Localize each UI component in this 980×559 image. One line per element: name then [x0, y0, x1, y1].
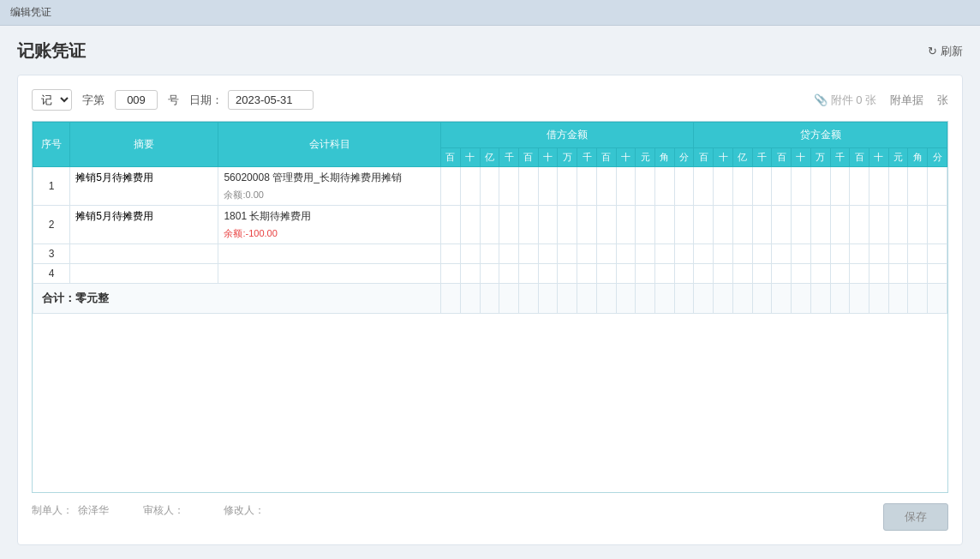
credit-digit-1-2[interactable]: [732, 206, 752, 244]
credit-digit-0-4[interactable]: [772, 167, 792, 206]
debit-digit-3-11[interactable]: [655, 264, 675, 284]
debit-digit-1-7[interactable]: [577, 206, 597, 244]
debit-digit-2-0[interactable]: [441, 244, 461, 264]
row-summary-2[interactable]: [70, 244, 218, 264]
refresh-button[interactable]: ↻ 刷新: [928, 44, 963, 59]
debit-digit-3-3[interactable]: [499, 264, 519, 284]
debit-digit-1-10[interactable]: [636, 206, 655, 244]
save-button[interactable]: 保存: [883, 503, 948, 531]
debit-digit-2-8[interactable]: [596, 244, 616, 264]
credit-digit-2-2[interactable]: [732, 244, 752, 264]
debit-digit-2-12[interactable]: [674, 244, 694, 264]
debit-digit-1-2[interactable]: [480, 206, 499, 244]
credit-digit-2-6[interactable]: [810, 244, 830, 264]
row-seq-1[interactable]: 2: [33, 206, 70, 244]
debit-digit-0-5[interactable]: [538, 167, 558, 206]
credit-digit-2-9[interactable]: [869, 244, 888, 264]
date-value[interactable]: 2023-05-31: [228, 90, 314, 110]
credit-digit-2-1[interactable]: [714, 244, 733, 264]
credit-digit-2-0[interactable]: [694, 244, 714, 264]
debit-digit-2-1[interactable]: [460, 244, 480, 264]
credit-digit-3-12[interactable]: [928, 264, 947, 284]
credit-digit-1-12[interactable]: [928, 206, 947, 244]
attachment-icon-link[interactable]: 📎 附件 0 张: [814, 93, 876, 108]
credit-digit-1-11[interactable]: [908, 206, 928, 244]
credit-digit-0-12[interactable]: [928, 167, 947, 206]
credit-digit-3-4[interactable]: [772, 264, 792, 284]
credit-digit-3-1[interactable]: [714, 264, 733, 284]
row-summary-1[interactable]: 摊销5月待摊费用: [70, 206, 218, 244]
debit-digit-3-2[interactable]: [480, 264, 499, 284]
credit-digit-1-5[interactable]: [792, 206, 811, 244]
credit-digit-0-5[interactable]: [792, 167, 811, 206]
debit-digit-3-5[interactable]: [538, 264, 558, 284]
debit-digit-0-8[interactable]: [596, 167, 616, 206]
debit-digit-0-2[interactable]: [480, 167, 499, 206]
credit-digit-0-0[interactable]: [694, 167, 714, 206]
credit-digit-3-8[interactable]: [850, 264, 869, 284]
credit-digit-0-10[interactable]: [888, 167, 908, 206]
credit-digit-3-9[interactable]: [869, 264, 888, 284]
debit-digit-2-6[interactable]: [558, 244, 577, 264]
credit-digit-3-10[interactable]: [888, 264, 908, 284]
row-account-1[interactable]: 1801 长期待摊费用余额:-100.00: [218, 206, 441, 244]
row-account-2[interactable]: [218, 244, 441, 264]
debit-digit-0-12[interactable]: [674, 167, 694, 206]
debit-digit-1-8[interactable]: [596, 206, 616, 244]
debit-digit-0-4[interactable]: [519, 167, 539, 206]
credit-digit-2-7[interactable]: [830, 244, 850, 264]
debit-digit-3-4[interactable]: [519, 264, 539, 284]
credit-digit-2-4[interactable]: [772, 244, 792, 264]
debit-digit-3-9[interactable]: [616, 264, 636, 284]
credit-digit-3-5[interactable]: [792, 264, 811, 284]
credit-digit-1-1[interactable]: [714, 206, 733, 244]
debit-digit-0-1[interactable]: [460, 167, 480, 206]
credit-digit-3-0[interactable]: [694, 264, 714, 284]
debit-digit-2-3[interactable]: [499, 244, 519, 264]
row-account-0[interactable]: 56020008 管理费用_长期待摊费用摊销余额:0.00: [218, 167, 441, 206]
credit-digit-1-6[interactable]: [810, 206, 830, 244]
credit-digit-1-9[interactable]: [869, 206, 888, 244]
debit-digit-3-10[interactable]: [636, 264, 655, 284]
debit-digit-3-0[interactable]: [441, 264, 461, 284]
voucher-number[interactable]: 009: [115, 90, 158, 110]
voucher-type-select[interactable]: 记: [32, 89, 72, 111]
credit-digit-3-2[interactable]: [732, 264, 752, 284]
debit-digit-0-10[interactable]: [636, 167, 655, 206]
credit-digit-0-7[interactable]: [830, 167, 850, 206]
debit-digit-1-5[interactable]: [538, 206, 558, 244]
credit-digit-3-6[interactable]: [810, 264, 830, 284]
credit-digit-1-7[interactable]: [830, 206, 850, 244]
debit-digit-0-3[interactable]: [499, 167, 519, 206]
debit-digit-0-9[interactable]: [616, 167, 636, 206]
credit-digit-2-3[interactable]: [752, 244, 772, 264]
credit-digit-0-2[interactable]: [732, 167, 752, 206]
credit-digit-2-5[interactable]: [792, 244, 811, 264]
row-summary-0[interactable]: 摊销5月待摊费用: [70, 167, 218, 206]
credit-digit-1-4[interactable]: [772, 206, 792, 244]
debit-digit-2-7[interactable]: [577, 244, 597, 264]
debit-digit-2-4[interactable]: [519, 244, 539, 264]
debit-digit-0-11[interactable]: [655, 167, 675, 206]
credit-digit-0-8[interactable]: [850, 167, 869, 206]
debit-digit-2-9[interactable]: [616, 244, 636, 264]
debit-digit-1-0[interactable]: [441, 206, 461, 244]
debit-digit-2-10[interactable]: [636, 244, 655, 264]
debit-digit-3-1[interactable]: [460, 264, 480, 284]
row-seq-3[interactable]: 4: [33, 264, 70, 284]
credit-digit-3-11[interactable]: [908, 264, 928, 284]
credit-digit-2-12[interactable]: [928, 244, 947, 264]
debit-digit-1-3[interactable]: [499, 206, 519, 244]
credit-digit-0-1[interactable]: [714, 167, 733, 206]
debit-digit-1-12[interactable]: [674, 206, 694, 244]
row-seq-2[interactable]: 3: [33, 244, 70, 264]
credit-digit-0-6[interactable]: [810, 167, 830, 206]
row-account-3[interactable]: [218, 264, 441, 284]
debit-digit-1-6[interactable]: [558, 206, 577, 244]
credit-digit-2-8[interactable]: [850, 244, 869, 264]
credit-digit-1-3[interactable]: [752, 206, 772, 244]
credit-digit-0-11[interactable]: [908, 167, 928, 206]
credit-digit-1-8[interactable]: [850, 206, 869, 244]
credit-digit-0-3[interactable]: [752, 167, 772, 206]
debit-digit-2-2[interactable]: [480, 244, 499, 264]
